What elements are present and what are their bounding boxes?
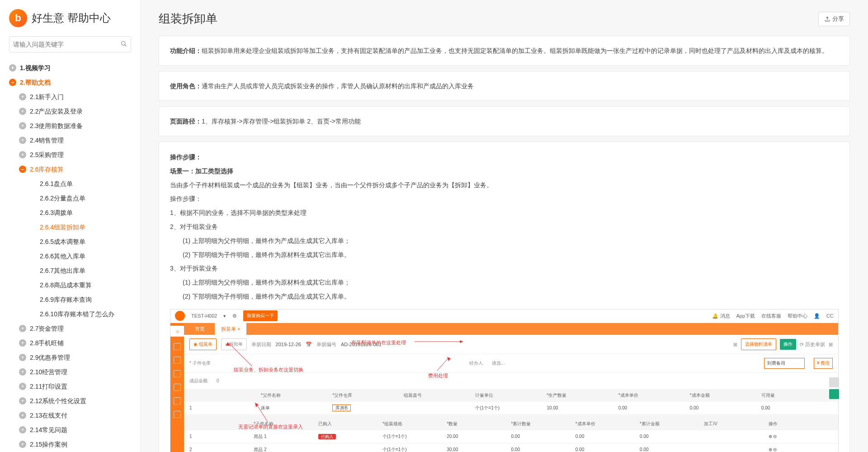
ss-rail-icon	[174, 411, 181, 418]
share-button[interactable]: 分享	[818, 12, 850, 26]
nav-video[interactable]: +1.视频学习	[9, 61, 140, 75]
nav-2-6-2[interactable]: 2.6.2分量盘点单	[9, 191, 140, 205]
path-text: 1、库存核算->库存管理->组装拆卸单 2、首页->常用功能	[202, 118, 361, 125]
nav-2-1[interactable]: +2.1新手入门	[9, 90, 140, 104]
ss-rail-icon	[174, 357, 181, 364]
nav-2-6[interactable]: –2.6库存核算	[9, 162, 140, 176]
scene-title: 场景一：加工类型选择	[170, 164, 839, 178]
nav-2-15[interactable]: +2.15操作案例	[9, 437, 140, 452]
path-label: 页面路径：	[170, 118, 202, 125]
search-icon[interactable]	[121, 41, 127, 48]
step-2: 2、对于组装业务	[170, 220, 839, 234]
ss-row-amount: 成品金额 0	[184, 373, 838, 389]
ss-msg: 🔔 消息	[712, 311, 730, 321]
nav-2-4[interactable]: +2.4销售管理	[9, 133, 140, 147]
plus-icon: +	[19, 325, 26, 332]
nav-2-5[interactable]: +2.5采购管理	[9, 147, 140, 162]
minus-icon: –	[19, 166, 26, 173]
ss-tab-home: 首页	[189, 323, 211, 335]
plus-icon: +	[19, 137, 26, 144]
plus-icon: +	[19, 108, 26, 115]
ss-tab-form: 拆装单 ×	[215, 323, 246, 335]
svg-line-1	[125, 44, 127, 46]
nav-2-8[interactable]: +2.8手机旺铺	[9, 336, 140, 350]
step-3: 3、对于拆装业务	[170, 262, 839, 276]
ss-child-row: 1席品 1已购入个(1个=1个)20.000.000.000.00⊕ ⊖	[184, 430, 838, 443]
logo-icon: b	[9, 9, 27, 27]
step-2a: (1) 上部明细为父件明细，最终作为产成品生成其它入库单；	[170, 234, 839, 248]
step-3a: (1) 上部明细为父件明细，最终作为原材料生成其它出库单；	[170, 276, 839, 290]
plus-icon: +	[19, 368, 26, 376]
ss-chip-disassemble: ○ 拆卸单	[221, 338, 247, 350]
intro-label: 功能介绍：	[170, 47, 202, 54]
plus-icon: +	[19, 354, 26, 361]
steps-sub: 操作步骤：	[170, 192, 839, 206]
svg-point-0	[122, 41, 125, 45]
plus-icon: +	[19, 151, 26, 158]
ss-tabs: 首页 拆装单 ×	[184, 323, 838, 335]
plus-icon: +	[19, 426, 26, 433]
ss-brand-icon	[175, 311, 185, 321]
search-box[interactable]	[9, 36, 131, 52]
ss-topbar: TEST-H002 ▾ ⚙ 我要购买一下 🔔 消息 App下载 在线客服 帮助中…	[170, 309, 838, 323]
ss-fee-btn: ¥ 费用	[814, 358, 833, 369]
nav-docs[interactable]: –2.帮助文档	[9, 75, 140, 90]
plus-icon: +	[19, 122, 26, 129]
nav-2-7[interactable]: +2.7资金管理	[9, 321, 140, 336]
scene-desc: 当由多个子件材料组装成一个成品的业务为【组装】业务，当由一个父件拆分成多个子产品…	[170, 178, 839, 192]
ss-child-row: 2席品 2个(1个=1个)30.000.000.000.00⊕ ⊖	[184, 443, 838, 452]
role-label: 使用角色：	[170, 82, 202, 90]
card-steps: 操作步骤： 场景一：加工类型选择 当由多个子件材料组装成一个成品的业务为【组装】…	[159, 142, 850, 452]
plus-icon: +	[19, 93, 26, 100]
ss-fee-input: 到费备用	[764, 358, 805, 369]
plus-icon: +	[19, 397, 26, 404]
nav-2-6-7[interactable]: 2.6.7其他出库单	[9, 263, 140, 278]
minus-icon: –	[9, 79, 16, 86]
ss-float-icon	[829, 389, 839, 399]
nav-2-13[interactable]: +2.13在线支付	[9, 408, 140, 423]
ss-chip-ops: 操作	[780, 339, 796, 350]
anno-direct: 无需记清单的直接在这里录入	[238, 422, 303, 432]
ss-handler-ph: 请选…	[492, 359, 505, 368]
card-intro: 功能介绍：组装拆卸单用来处理企业组装或拆卸等加工业务，支持有固定装配清单的产品加…	[159, 36, 850, 66]
ss-handler-label: 经办人	[469, 359, 483, 368]
ss-app: App下载	[736, 311, 755, 321]
nav-2-6-4[interactable]: 2.6.4组装拆卸单	[9, 220, 140, 234]
nav-2-6-10[interactable]: 2.6.10库存账本错了怎么办	[9, 307, 140, 321]
nav-2-10[interactable]: +2.10经营管理	[9, 365, 140, 379]
ss-toolbar: ◉ 组装单 ○ 拆卸单 单据日期 2019-12-26 📅 单据编号 AD-20…	[184, 335, 838, 354]
ss-float-tools	[829, 377, 839, 399]
nav-2-2[interactable]: +2.2产品安装及登录	[9, 104, 140, 119]
nav-2-6-6[interactable]: 2.6.6其他入库单	[9, 249, 140, 263]
nav-2-6-5[interactable]: 2.6.5成本调整单	[9, 234, 140, 249]
site-brand: b 好生意 帮助中心	[9, 9, 140, 27]
ss-doc-label: 单据编号	[316, 339, 336, 349]
ss-buy-button: 我要购买一下	[243, 310, 278, 321]
nav-2-3[interactable]: +2.3使用前数据准备	[9, 119, 140, 133]
nav-2-14[interactable]: +2.14常见问题	[9, 423, 140, 437]
ss-parent-head: *父件名称*父件仓库组装盘号计量单位*生产数量*成本单价*成本金额可用量	[184, 389, 838, 402]
card-path: 页面路径：1、库存核算->库存管理->组装拆卸单 2、首页->常用功能	[159, 106, 850, 136]
ss-float-icon	[829, 377, 839, 387]
ss-warehouse-label: * 子件仓库	[189, 359, 211, 368]
plus-icon: +	[9, 64, 16, 71]
nav-2-11[interactable]: +2.11打印设置	[9, 379, 140, 394]
plus-icon: +	[19, 339, 26, 347]
nav-2-6-1[interactable]: 2.6.1盘点单	[9, 176, 140, 191]
role-text: 通常由生产人员或库管人员完成拆装业务的操作，库管人员确认原材料的出库和产成品的入…	[202, 82, 474, 90]
search-input[interactable]	[13, 41, 121, 48]
nav-2-6-3[interactable]: 2.6.3调拨单	[9, 205, 140, 220]
anno-bom: 有装配清单的在这里处理	[351, 338, 406, 347]
share-icon	[824, 16, 830, 22]
plus-icon: +	[19, 441, 26, 448]
steps-heading: 操作步骤：	[170, 150, 839, 164]
step-2b: (2) 下部明细为子件明细，最终作为原材料生成其它出库单。	[170, 248, 839, 262]
nav-2-6-8[interactable]: 2.6.8商品成本重算	[9, 278, 140, 292]
ss-rail-icon	[174, 370, 181, 377]
nav-2-9[interactable]: +2.9优惠券管理	[9, 350, 140, 365]
nav-2-6-9[interactable]: 2.6.9库存账本查询	[9, 292, 140, 307]
nav-2-12[interactable]: +2.12系统个性化设置	[9, 394, 140, 408]
ss-chip-assemble: ◉ 组装单	[189, 338, 217, 350]
ss-date-label: 单据日期	[251, 339, 271, 349]
ss-avatar-icon: 👤	[814, 311, 820, 321]
